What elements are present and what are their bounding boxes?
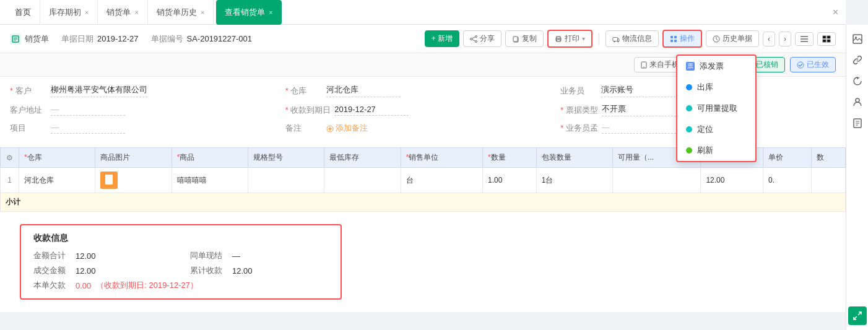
payment-same-order-row: 同单现结 — [190,250,328,261]
logistics-btn[interactable]: 物流信息 [605,30,659,47]
right-icon-user[interactable] [848,93,867,111]
cumulative-label: 累计收款 [190,265,227,276]
row-unit: 台 [401,168,482,193]
transaction-value: 12.00 [76,266,96,276]
row-spec [248,168,324,193]
svg-point-15 [614,41,615,42]
col-price: 单价 [763,148,812,168]
tab-history-close[interactable]: × [201,9,204,16]
add-invoice-icon: 票 [686,62,695,71]
svg-rect-27 [823,40,826,42]
toolbar-sep1 [599,33,599,45]
due-date-label: 收款到期日 [285,105,331,116]
col-image: 商品图片 [95,148,171,168]
col-min-stock: 最低库存 [324,148,401,168]
due-date-field: 收款到期日 2019-12-27 [285,105,561,116]
customer-value[interactable]: 柳州粤港平安气体有限公司 [51,84,147,97]
right-icon-link[interactable] [848,51,867,69]
history-btn[interactable]: 历史单据 [706,30,759,47]
menu-out-warehouse[interactable]: 出库 [677,77,755,98]
tab-sales-history[interactable]: 销货单历史 × [148,0,214,25]
warehouse-label: 仓库 [285,85,323,97]
remark-field: 备注 添加备注 [285,123,561,134]
doc-header: 销货单 单据日期 2019-12-27 单据编号 SA-20191227-001… [0,25,846,53]
svg-rect-18 [674,36,677,38]
address-value: — [51,105,125,116]
svg-rect-20 [674,40,677,42]
operate-btn[interactable]: 操作 [662,30,702,48]
col-spec: 规格型号 [248,148,324,168]
payment-amount-row: 金额合计 12.00 [33,250,171,261]
row-amount [811,168,845,193]
window-close-btn[interactable]: × [833,7,838,18]
tab-view-sales[interactable]: 查看销货单 × [216,0,281,25]
right-icon-expand[interactable] [848,306,867,312]
locate-icon [686,126,692,132]
share-btn[interactable]: 分享 [463,30,501,47]
transaction-label: 成交金额 [33,265,71,276]
sales-staff-value: — [602,123,676,134]
doc-type-label: 销货单 [25,33,49,45]
refresh-icon [686,147,692,154]
menu-take-available[interactable]: 可用量提取 [677,98,755,119]
row-pack-qty: 1台 [536,168,612,193]
tab-inventory-label: 库存期初 [49,7,81,18]
amount-value: 12.00 [76,251,96,261]
product-thumbnail [100,172,118,189]
out-warehouse-icon [686,84,692,90]
col-gear[interactable]: ⚙ [1,148,19,168]
menu-locate[interactable]: 定位 [677,119,755,140]
payment-due-row: 本单欠款 0.00 （收款到期日: 2019-12-27） [33,280,328,291]
tab-view-close[interactable]: × [269,9,272,16]
payment-box: 收款信息 金额合计 12.00 同单现结 — 成交金额 12.00 累计收款 1… [20,224,342,300]
tab-inventory-close[interactable]: × [85,9,89,16]
payment-grid: 金额合计 12.00 同单现结 — 成交金额 12.00 累计收款 12.00 [33,250,328,291]
warehouse-value[interactable]: 河北仓库 [326,84,401,97]
payment-transaction-row: 成交金额 12.00 [33,265,171,276]
new-btn[interactable]: + 新增 [425,30,459,47]
sales-staff-label: 业务员孟 [560,123,598,134]
row-image [95,168,171,193]
svg-line-8 [472,39,475,41]
svg-point-41 [855,37,857,38]
svg-point-16 [617,41,618,42]
copy-btn[interactable]: 复制 [505,30,544,47]
doc-date-value: 2019-12-27 [97,34,139,43]
warehouse-field: 仓库 河北仓库 [285,84,561,97]
nav-prev-btn[interactable]: ‹ [763,32,775,46]
tab-home[interactable]: 首页 [6,0,40,25]
menu-refresh[interactable]: 刷新 [677,140,755,161]
svg-point-42 [856,98,859,102]
row-index: 1 [1,168,19,193]
doc-date-label: 单据日期 [61,33,93,45]
project-field: 项目 — [10,123,285,134]
tab-sales-order[interactable]: 销货单 × [98,0,147,25]
operate-dropdown: 票 添发票 出库 可用量提取 定位 刷新 [676,54,757,162]
cumulative-value: 12.00 [232,266,253,276]
right-icon-image[interactable] [848,30,867,48]
subtotal-row: 小计 [1,193,846,212]
svg-rect-17 [671,36,673,38]
tab-inventory-init[interactable]: 库存期初 × [40,0,98,25]
print-btn[interactable]: 打印 ▾ [547,30,592,48]
tab-sales-close[interactable]: × [134,9,138,16]
nav-next-btn[interactable]: › [779,32,791,46]
address-label: 客户地址 [10,105,47,116]
effected-btn[interactable]: 已生效 [790,57,836,72]
add-remark-btn[interactable]: 添加备注 [326,123,368,134]
right-icon-refresh[interactable] [848,72,867,90]
payment-section: 收款信息 金额合计 12.00 同单现结 — 成交金额 12.00 累计收款 1… [0,212,846,312]
svg-point-5 [475,35,477,37]
view-grid-btn[interactable] [817,32,836,46]
amount-label: 金额合计 [33,250,71,261]
menu-add-invoice[interactable]: 票 添发票 [677,56,755,77]
staff-value: 演示账号 [601,84,675,97]
col-product: *商品 [171,148,248,168]
due-extra: （收款到期日: 2019-12-27） [96,280,198,291]
customer-label: 客户 [10,85,47,97]
right-icon-doc[interactable] [848,114,867,132]
view-list-btn[interactable] [795,32,814,46]
row-available [613,168,701,193]
row-stock: 12.00 [701,168,763,193]
svg-line-7 [472,37,475,38]
